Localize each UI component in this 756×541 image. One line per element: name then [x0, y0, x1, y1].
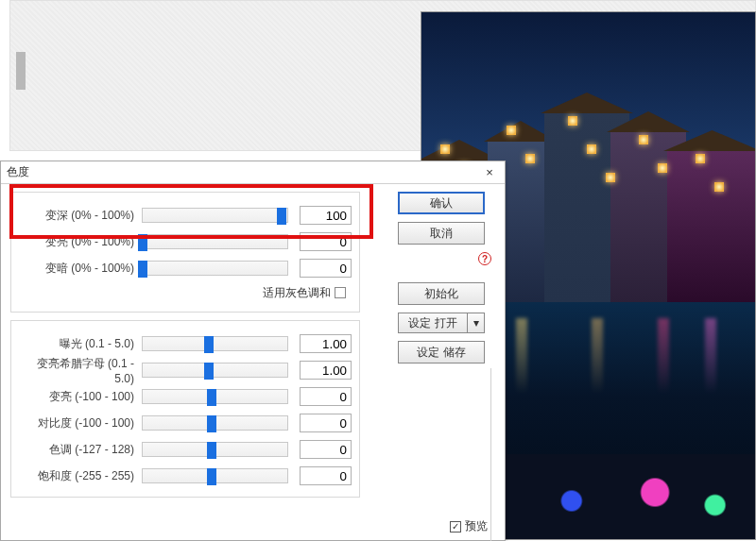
label-apply-gray: 适用灰色调和	[263, 285, 331, 301]
slider-thumb[interactable]	[207, 442, 216, 459]
input-darken[interactable]	[300, 259, 352, 278]
input-brightness[interactable]	[300, 387, 352, 406]
input-deepen[interactable]	[300, 206, 352, 225]
slider-thumb[interactable]	[207, 389, 216, 406]
slider-thumb[interactable]	[207, 468, 216, 485]
input-lighten1[interactable]	[300, 232, 352, 251]
settings-open-dropdown[interactable]: 设定 打开 ▾	[398, 313, 485, 333]
hue-dialog: 色度 × 变深 (0% - 100%) 变亮 (0% - 100%) 变暗 (0…	[0, 161, 506, 541]
slider-thumb[interactable]	[204, 363, 214, 380]
label-brightness: 变亮 (-100 - 100)	[19, 389, 142, 405]
label-lighten1: 变亮 (0% - 100%)	[19, 234, 142, 250]
slider-saturation[interactable]	[142, 468, 288, 483]
label-contrast: 对比度 (-100 - 100)	[19, 415, 142, 431]
label-exposure: 曝光 (0.1 - 5.0)	[19, 336, 142, 352]
input-saturation[interactable]	[300, 466, 352, 485]
slider-thumb[interactable]	[138, 234, 147, 251]
label-saturation: 饱和度 (-255 - 255)	[19, 468, 142, 484]
slider-gamma[interactable]	[142, 363, 288, 378]
input-hue[interactable]	[300, 440, 352, 459]
slider-lighten1[interactable]	[142, 234, 288, 249]
input-exposure[interactable]	[300, 334, 352, 353]
dialog-buttons: 确认 取消 ? 初始化 设定 打开 ▾ 设定 储存	[389, 192, 493, 371]
checkbox-apply-gray[interactable]	[335, 287, 346, 298]
slider-deepen[interactable]	[142, 208, 288, 223]
label-gamma: 变亮希腊字母 (0.1 - 5.0)	[19, 356, 142, 385]
slider-contrast[interactable]	[142, 415, 288, 431]
background-scrollbar-thumb[interactable]	[16, 52, 26, 90]
label-hue: 色调 (-127 - 128)	[19, 442, 142, 458]
slider-hue[interactable]	[142, 442, 288, 457]
reset-button[interactable]: 初始化	[398, 282, 485, 305]
label-preview: 预览	[465, 518, 488, 534]
dialog-scrollbar[interactable]	[490, 368, 506, 541]
input-contrast[interactable]	[300, 414, 352, 432]
input-gamma[interactable]	[300, 361, 352, 380]
slider-thumb[interactable]	[277, 208, 286, 225]
slider-thumb[interactable]	[138, 261, 147, 278]
slider-darken[interactable]	[142, 261, 288, 276]
label-darken: 变暗 (0% - 100%)	[19, 261, 142, 277]
group-exposure: 曝光 (0.1 - 5.0) 变亮希腊字母 (0.1 - 5.0) 变亮 (-1…	[10, 320, 360, 498]
ok-button[interactable]: 确认	[398, 192, 485, 214]
checkbox-preview[interactable]: ✓	[450, 521, 461, 533]
help-icon[interactable]: ?	[478, 252, 491, 265]
group-saturation: 变深 (0% - 100%) 变亮 (0% - 100%) 变暗 (0% - 1…	[10, 192, 360, 313]
dialog-title: 色度	[7, 164, 480, 180]
label-deepen: 变深 (0% - 100%)	[19, 208, 142, 224]
slider-brightness[interactable]	[142, 389, 288, 404]
cancel-button[interactable]: 取消	[398, 222, 485, 245]
close-button[interactable]: ×	[480, 165, 499, 179]
dialog-titlebar[interactable]: 色度 ×	[1, 161, 505, 184]
slider-thumb[interactable]	[204, 336, 214, 353]
slider-thumb[interactable]	[207, 415, 216, 432]
settings-save-button[interactable]: 设定 储存	[398, 341, 485, 363]
chevron-down-icon[interactable]: ▾	[467, 313, 484, 332]
slider-exposure[interactable]	[142, 336, 288, 351]
